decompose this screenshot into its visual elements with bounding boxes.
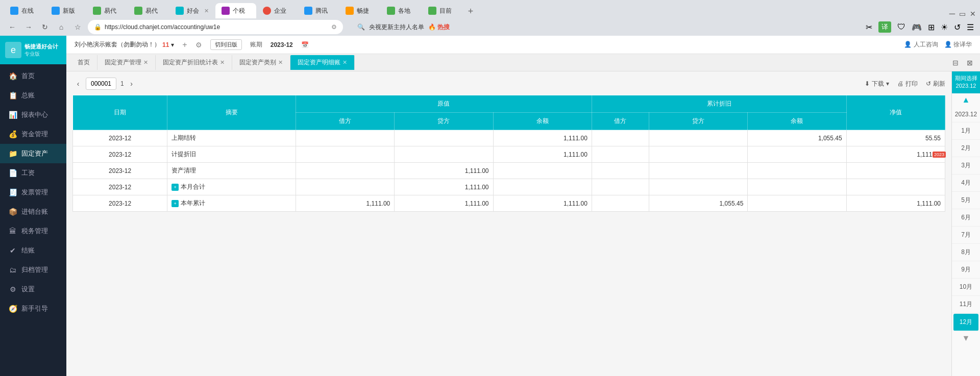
back-button[interactable]: ← (6, 21, 18, 33)
tab-close-detail-ledger[interactable]: ✕ (342, 59, 347, 66)
tab-gedi[interactable]: 各地 (381, 3, 422, 18)
close-icon[interactable]: ✕ (970, 10, 976, 18)
period-item-3[interactable]: 3月 (952, 157, 980, 174)
refresh-button[interactable]: ↻ (39, 21, 51, 33)
period-item-8[interactable]: 8月 (952, 244, 980, 261)
print-button[interactable]: 🖨 打印 (897, 80, 918, 88)
period-item-6[interactable]: 6月 (952, 209, 980, 227)
grid-icon[interactable]: ⊞ (928, 22, 935, 32)
calendar-icon[interactable]: 📅 (301, 41, 309, 48)
account-selector[interactable]: 刘小艳演示账套（勿删勿动！） 11 ▾ (75, 40, 174, 49)
app-container: e 畅捷通好会计 专业版 🏠 首页 📋 总账 📊 报表中心 💰 资金管理 (0, 36, 980, 376)
tab-depreciation-stats[interactable]: 固定资产折旧统计表 ✕ (156, 55, 232, 70)
period-item-5[interactable]: 5月 (952, 192, 980, 209)
tab-xinban[interactable]: 新版 (45, 3, 86, 18)
cell-credit-orig-4: 1,111.00 (395, 179, 493, 195)
menu-icon[interactable]: ☰ (967, 22, 974, 32)
cell-debit-accum-3 (592, 163, 649, 179)
tab-add-button[interactable]: + (463, 4, 478, 18)
period-item-4[interactable]: 4月 (952, 174, 980, 192)
sidebar-item-settle[interactable]: ✔ 结账 (0, 241, 66, 260)
period-item-10[interactable]: 10月 (952, 279, 980, 296)
period-item-1[interactable]: 1月 (952, 122, 980, 140)
scissors-icon[interactable]: ✂ (866, 22, 872, 32)
undo-icon[interactable]: ↺ (954, 22, 961, 32)
sidebar-item-fixed-assets[interactable]: 📁 固定资产 (0, 144, 66, 163)
tab-yidai2[interactable]: 易代 (128, 3, 169, 18)
next-page-button[interactable]: › (126, 78, 137, 89)
wallet-icon[interactable]: 🛡 (897, 22, 905, 32)
home-button[interactable]: ⌂ (55, 21, 67, 33)
cell-summary-1: 上期结转 (167, 130, 296, 146)
col-credit-orig: 贷方 (395, 113, 493, 130)
sidebar-label-report-center: 报表中心 (21, 110, 48, 119)
tab-changjie[interactable]: 畅捷 (339, 3, 380, 18)
settings-button[interactable]: ⚙ (195, 41, 202, 49)
monthly-icon: + (172, 184, 179, 191)
period-item-2[interactable]: 2月 (952, 140, 980, 157)
expand-tab-button[interactable]: ⊠ (964, 57, 976, 69)
minimize-tab-button[interactable]: ⊟ (949, 57, 962, 69)
tab-muqian[interactable]: 目前 (422, 3, 463, 18)
sidebar-item-invoice[interactable]: 🧾 发票管理 (0, 183, 66, 202)
tab-label-fixed-asset-mgmt: 固定资产管理 (105, 58, 141, 67)
cell-net-2: 1,111.00 2023 (846, 146, 945, 163)
sidebar-item-home[interactable]: 🏠 首页 (0, 66, 66, 86)
refresh-data-button[interactable]: ↺ 刷新 (926, 80, 945, 88)
sidebar-item-settings[interactable]: ⚙ 设置 (0, 280, 66, 299)
address-input[interactable]: 🔒 https://cloud.chanjet.com/accounting/u… (88, 20, 343, 34)
download-button[interactable]: ⬇ 下载 ▾ (865, 80, 889, 88)
scroll-down-button[interactable]: ▼ (952, 332, 980, 345)
period-item-12[interactable]: 12月 (953, 314, 978, 331)
tab-close-haohui[interactable]: ✕ (204, 8, 209, 14)
tab-fixed-asset-mgmt[interactable]: 固定资产管理 ✕ (97, 55, 156, 70)
sidebar-item-purchase-sales[interactable]: 📦 进销台账 (0, 202, 66, 221)
brightness-icon[interactable]: ☀ (941, 22, 948, 32)
sidebar-item-general-ledger[interactable]: 📋 总账 (0, 86, 66, 105)
period-item-11[interactable]: 11月 (952, 296, 980, 313)
period-item-7[interactable]: 7月 (952, 227, 980, 244)
tab-yidai1[interactable]: 易代 (87, 3, 128, 18)
game-icon[interactable]: 🎮 (912, 22, 922, 32)
col-date: 日期 (73, 95, 167, 130)
col-debit-accum: 借方 (592, 113, 649, 130)
period-item-9[interactable]: 9月 (952, 261, 980, 279)
invoice-icon: 🧾 (8, 188, 17, 196)
pagination: ‹ 1 › (72, 78, 137, 90)
tab-zaixin[interactable]: 在线 (4, 3, 45, 18)
prev-page-button[interactable]: ‹ (72, 78, 84, 89)
switch-version-button[interactable]: 切到旧版 (210, 39, 242, 50)
ledger-icon: 📋 (8, 91, 17, 99)
tab-qiye[interactable]: 企业 (257, 3, 298, 18)
period-item-2023-12[interactable]: 2023.12 (952, 107, 980, 122)
fixed-assets-icon: 📁 (8, 149, 17, 158)
sidebar-item-archive[interactable]: 🗂 归档管理 (0, 260, 66, 280)
consult-button[interactable]: 👤 人工咨询 (904, 40, 938, 49)
tab-detail-ledger[interactable]: 固定资产明细账 ✕ (290, 55, 355, 70)
minimize-icon[interactable]: ─ (949, 9, 955, 18)
restore-icon[interactable]: ▭ (959, 10, 966, 18)
scroll-up-button[interactable]: ▲ (952, 93, 980, 107)
cell-date-2: 2023-12 (73, 146, 167, 163)
add-account-button[interactable]: + (182, 40, 187, 49)
translate-icon[interactable]: 译 (878, 21, 891, 33)
sidebar-item-payroll[interactable]: 📄 工资 (0, 163, 66, 183)
tab-homepage[interactable]: 首页 (70, 55, 97, 70)
bookmark-button[interactable]: ☆ (71, 21, 84, 33)
home-icon: 🏠 (8, 72, 17, 80)
user-avatar[interactable]: 👤 徐译华 (944, 40, 972, 49)
tab-close-fixed-asset-mgmt[interactable]: ✕ (143, 59, 148, 66)
tab-asset-category[interactable]: 固定资产类别 ✕ (232, 55, 290, 70)
sidebar-item-guide[interactable]: 🧭 新手引导 (0, 299, 66, 318)
sidebar-label-home: 首页 (21, 71, 35, 81)
sidebar-item-tax-mgmt[interactable]: 🏛 税务管理 (0, 221, 66, 241)
tab-tengxun[interactable]: 腾讯 (298, 3, 339, 18)
sidebar-item-report-center[interactable]: 📊 报表中心 (0, 105, 66, 124)
tab-close-asset-category[interactable]: ✕ (278, 59, 283, 66)
page-number-input[interactable] (86, 78, 116, 90)
tab-geshui[interactable]: 个税 (215, 3, 256, 18)
tab-haohui[interactable]: 好会 ✕ (169, 3, 215, 18)
sidebar-item-fund-mgmt[interactable]: 💰 资金管理 (0, 124, 66, 144)
tab-close-depreciation-stats[interactable]: ✕ (220, 59, 225, 66)
forward-button[interactable]: → (22, 21, 35, 33)
